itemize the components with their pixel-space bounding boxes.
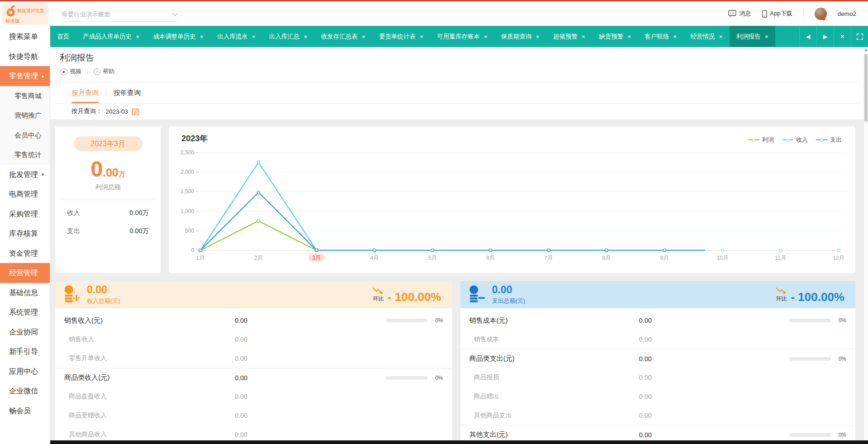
sidebar-item[interactable]: 畅会员 bbox=[0, 401, 50, 421]
sidebar-item-label: 批发管理 bbox=[9, 171, 38, 178]
app-download-button[interactable]: App下载 bbox=[762, 10, 792, 18]
tab-close-icon[interactable]: × bbox=[304, 33, 307, 40]
summary-row-label: 收入 bbox=[67, 209, 80, 217]
tabs-close-button[interactable]: × bbox=[834, 26, 851, 47]
username[interactable]: demo2 bbox=[838, 10, 856, 17]
fin-row-label: 销售成本 bbox=[469, 335, 639, 344]
tab-close-icon[interactable]: × bbox=[627, 33, 631, 40]
legend-marker-icon bbox=[816, 138, 827, 142]
tab-close-icon[interactable]: × bbox=[673, 33, 677, 40]
sidebar-item[interactable]: 企业协同 bbox=[0, 322, 50, 342]
sidebar-item-label: 电商管理 bbox=[9, 190, 38, 198]
vertical-scrollbar[interactable]: ▲ bbox=[863, 47, 868, 440]
sidebar-item[interactable]: 基础信息 bbox=[0, 283, 50, 303]
scrollbar-thumb[interactable] bbox=[864, 54, 868, 122]
app-logo[interactable]: 畅捷通好生意 标准版 bbox=[2, 3, 48, 24]
income-trend: 环比 - 100.00% bbox=[372, 287, 441, 303]
tab-close-icon[interactable]: × bbox=[252, 33, 255, 40]
profit-amount-unit: 万 bbox=[119, 170, 125, 178]
period-badge: 2023年3月 bbox=[74, 136, 143, 151]
workspace-tab[interactable]: 缺货预警× bbox=[592, 26, 638, 47]
legend-item[interactable]: 利润 bbox=[748, 136, 774, 144]
tab-label: 超储预警 bbox=[553, 33, 577, 41]
sidebar-item[interactable]: 零售统计 bbox=[0, 145, 50, 165]
avatar[interactable] bbox=[815, 8, 827, 20]
sidebar-item-label: 零售商城 bbox=[14, 92, 42, 100]
workspace-tab[interactable]: 产成品入库单历史× bbox=[76, 26, 146, 47]
help-label: 帮助 bbox=[103, 67, 114, 76]
tab-close-icon[interactable]: × bbox=[200, 33, 204, 40]
tab-close-icon[interactable]: × bbox=[765, 33, 768, 40]
workspace-tab[interactable]: 可用量库存账本× bbox=[430, 26, 495, 47]
sidebar-item[interactable]: 资金管理 bbox=[0, 243, 50, 263]
sidebar-item[interactable]: 快捷导航 bbox=[0, 47, 50, 67]
tabs-scroll-left-button[interactable]: ◀ bbox=[799, 26, 816, 47]
sidebar-item[interactable]: 库存核算 bbox=[0, 224, 50, 243]
calendar-picker-button[interactable] bbox=[132, 108, 139, 115]
period-tabs: 按月查询 按年查询 bbox=[72, 82, 141, 103]
workspace-tab[interactable]: 保质期查询× bbox=[494, 26, 546, 47]
svg-text:11月: 11月 bbox=[775, 255, 786, 261]
workspace-tab[interactable]: 收发存汇总表× bbox=[314, 26, 372, 47]
tab-close-icon[interactable]: × bbox=[136, 33, 139, 40]
svg-text:5月: 5月 bbox=[428, 255, 437, 261]
tab-close-icon[interactable]: × bbox=[484, 33, 487, 40]
fin-row-value: 0.00 bbox=[639, 412, 652, 419]
tab-close-icon[interactable]: × bbox=[582, 33, 585, 40]
sidebar-item[interactable]: 搜索菜单 bbox=[0, 27, 50, 47]
month-filter-value[interactable]: 2023-03 bbox=[106, 108, 129, 115]
sidebar-item[interactable]: 经营管理 bbox=[0, 263, 50, 283]
expense-card-header: 0.00 支出总额(元) 环比 - 100.00% bbox=[460, 281, 855, 308]
tab-close-icon[interactable]: × bbox=[362, 33, 365, 40]
sidebar-item-label: 基础信息 bbox=[9, 289, 38, 296]
workspace-tab[interactable]: 经营情况× bbox=[684, 26, 730, 47]
caret-up-icon: ▲ bbox=[41, 74, 45, 78]
workspace-tab[interactable]: 首页 bbox=[50, 26, 76, 47]
sidebar-item[interactable]: 采购管理 bbox=[0, 204, 50, 224]
scroll-up-arrow-icon[interactable]: ▲ bbox=[864, 47, 868, 53]
sidebar-item-label: 快捷导航 bbox=[9, 53, 38, 60]
profit-amount-decimal: .00 bbox=[103, 166, 119, 179]
tab-label: 收发存汇总表 bbox=[321, 33, 358, 41]
workspace-tab[interactable]: 要货单统计表× bbox=[372, 26, 430, 47]
tab-close-icon[interactable]: × bbox=[719, 33, 723, 40]
tab-yearly-query[interactable]: 按年查询 bbox=[114, 82, 141, 103]
horizontal-scrollbar[interactable] bbox=[50, 440, 868, 444]
svg-text:7月: 7月 bbox=[544, 255, 553, 261]
workspace-tab[interactable]: 超储预警× bbox=[546, 26, 592, 47]
workspace-tab[interactable]: 成本调整单历史× bbox=[146, 26, 210, 47]
sidebar-item[interactable]: 批发管理▼ bbox=[0, 165, 50, 185]
fullscreen-button[interactable] bbox=[851, 26, 868, 47]
sidebar-item[interactable]: 零售商城 bbox=[0, 86, 50, 106]
legend-item[interactable]: 支出 bbox=[816, 136, 842, 144]
workspace-tab[interactable]: 出入库流水× bbox=[210, 26, 262, 47]
sidebar-item[interactable]: 系统管理 bbox=[0, 302, 50, 322]
sidebar-item[interactable]: 会员中心 bbox=[0, 125, 50, 145]
sidebar-item[interactable]: 企业微信 bbox=[0, 381, 50, 401]
account-select[interactable]: 母婴行业演示账套 bbox=[62, 7, 178, 22]
sidebar-item[interactable]: 电商管理 bbox=[0, 184, 50, 204]
workspace-tab[interactable]: 出入库汇总× bbox=[262, 26, 315, 47]
fin-row: 销售收入0.00 bbox=[55, 330, 452, 349]
sidebar-item[interactable]: 新手引导 bbox=[0, 342, 50, 362]
profit-line-chart[interactable]: 05001,0001,5002,0002,5001月2月3月4月5月6月7月8月… bbox=[174, 147, 849, 267]
play-circle-icon: ▶ bbox=[61, 68, 67, 75]
tabs-scroll-right-button[interactable]: ▶ bbox=[816, 26, 834, 47]
sidebar-item[interactable]: 应用中心 bbox=[0, 362, 50, 382]
tab-monthly-query[interactable]: 按月查询 bbox=[72, 82, 99, 103]
sidebar-item-label: 零售统计 bbox=[14, 151, 42, 158]
workspace-tab[interactable]: 客户联络× bbox=[638, 26, 683, 47]
sidebar-item[interactable]: 零售管理▲ bbox=[0, 66, 50, 86]
tab-close-icon[interactable]: × bbox=[536, 33, 539, 40]
tab-close-icon[interactable]: × bbox=[420, 33, 423, 40]
fin-row-label: 商品赠出 bbox=[469, 392, 639, 401]
video-button[interactable]: ▶ 视频 bbox=[61, 67, 81, 76]
income-total: 0.00 bbox=[87, 284, 120, 296]
sidebar-item[interactable]: 营销推广 bbox=[0, 105, 50, 125]
tab-label: 经营情况 bbox=[691, 33, 715, 41]
legend-item[interactable]: 收入 bbox=[782, 136, 808, 144]
fin-row-value: 0.00 bbox=[235, 431, 248, 438]
help-button[interactable]: ? 帮助 bbox=[94, 67, 114, 76]
messages-button[interactable]: 消息 bbox=[728, 10, 751, 18]
workspace-tab[interactable]: 利润报告× bbox=[730, 26, 775, 47]
